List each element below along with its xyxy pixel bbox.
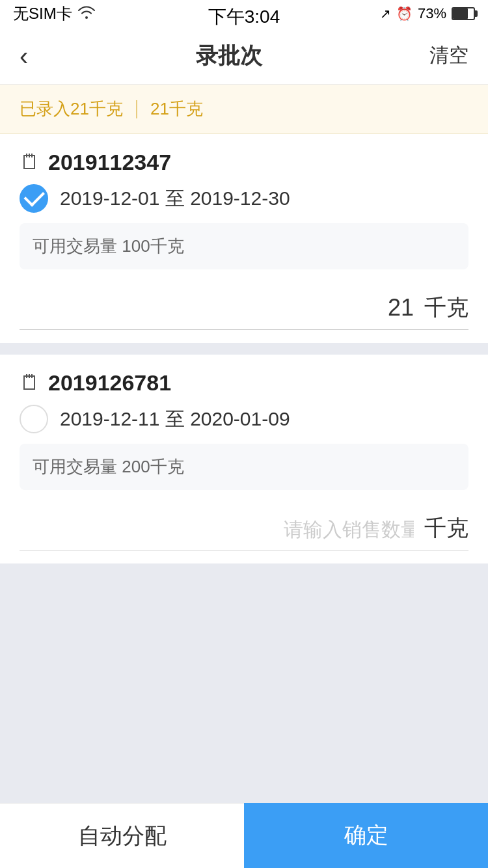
clear-button[interactable]: 清空 bbox=[429, 42, 468, 69]
empty-area bbox=[0, 563, 488, 811]
page-title: 录批次 bbox=[196, 41, 262, 71]
batch-1-radio[interactable] bbox=[20, 184, 48, 213]
status-bar: 无SIM卡 下午3:04 ↗ ⏰ 73% bbox=[0, 0, 488, 27]
confirm-button[interactable]: 确定 bbox=[244, 803, 488, 868]
section-divider bbox=[0, 343, 488, 355]
batch-2-date-row: 2019-12-11 至 2020-01-09 bbox=[20, 405, 468, 433]
batch-2-item: 🗒 2019126781 2019-12-11 至 2020-01-09 bbox=[0, 355, 488, 433]
alarm-icon: ⏰ bbox=[396, 6, 413, 21]
status-time: 下午3:04 bbox=[208, 5, 280, 29]
battery-icon bbox=[452, 7, 475, 20]
batch-2-radio[interactable] bbox=[20, 405, 48, 433]
bottom-bar: 自动分配 确定 bbox=[0, 803, 488, 868]
batch-2-header: 🗒 2019126781 bbox=[20, 370, 468, 396]
batch-2-icon: 🗒 bbox=[20, 371, 40, 395]
location-icon: ↗ bbox=[380, 6, 391, 21]
batch-1-qty-row: 千克 bbox=[0, 282, 488, 329]
batch-2-id: 2019126781 bbox=[48, 370, 171, 396]
batch-1-qty-unit: 千克 bbox=[424, 293, 468, 323]
info-label: 已录入21千克 bbox=[20, 98, 123, 120]
info-divider bbox=[136, 100, 137, 118]
batch-1-icon: 🗒 bbox=[20, 150, 40, 174]
batch-2-qty-row: 千克 bbox=[0, 503, 488, 550]
batch-2-container: 🗒 2019126781 2019-12-11 至 2020-01-09 可用交… bbox=[0, 355, 488, 563]
batch-1-id: 2019112347 bbox=[48, 150, 171, 175]
back-button[interactable]: ‹ bbox=[20, 43, 28, 69]
batch-2-qty-unit: 千克 bbox=[424, 513, 468, 543]
batch-1-date: 2019-12-01 至 2019-12-30 bbox=[60, 185, 290, 212]
batch-1-item: 🗒 2019112347 2019-12-01 至 2019-12-30 bbox=[0, 134, 488, 213]
status-right: ↗ ⏰ 73% bbox=[380, 5, 475, 22]
battery-text: 73% bbox=[418, 5, 446, 22]
auto-distribute-button[interactable]: 自动分配 bbox=[0, 803, 244, 868]
info-bar: 已录入21千克 21千克 bbox=[0, 85, 488, 134]
wifi-icon bbox=[77, 5, 96, 23]
batch-1-available: 可用交易量 100千克 bbox=[20, 223, 468, 269]
batch-1-header: 🗒 2019112347 bbox=[20, 150, 468, 175]
carrier-text: 无SIM卡 bbox=[13, 3, 72, 24]
status-left: 无SIM卡 bbox=[13, 3, 96, 24]
batch-1-qty-input[interactable] bbox=[284, 294, 414, 321]
batch-2-qty-input[interactable] bbox=[284, 515, 414, 542]
batch-1-date-row: 2019-12-01 至 2019-12-30 bbox=[20, 184, 468, 213]
batch-2-available: 可用交易量 200千克 bbox=[20, 444, 468, 490]
batch-2-date: 2019-12-11 至 2020-01-09 bbox=[60, 406, 290, 433]
info-value: 21千克 bbox=[150, 98, 203, 120]
nav-bar: ‹ 录批次 清空 bbox=[0, 27, 488, 85]
batch-1-container: 🗒 2019112347 2019-12-01 至 2019-12-30 可用交… bbox=[0, 134, 488, 343]
